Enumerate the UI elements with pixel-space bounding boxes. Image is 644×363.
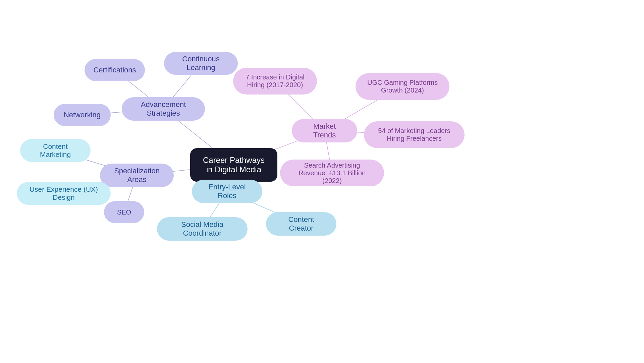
marketing-freelancers-node[interactable]: 54 of Marketing Leaders Hiring Freelance… <box>364 121 465 148</box>
ugc-gaming-node[interactable]: UGC Gaming Platforms Growth (2024) <box>356 73 449 100</box>
certifications-node[interactable]: Certifications <box>85 59 145 81</box>
content-marketing-node[interactable]: Content Marketing <box>20 139 91 162</box>
content-marketing-label: Content Marketing <box>30 142 81 159</box>
continuous-learning-node[interactable]: Continuous Learning <box>164 52 238 75</box>
seo-label: SEO <box>117 208 131 216</box>
networking-label: Networking <box>64 111 101 119</box>
seo-node[interactable]: SEO <box>104 201 144 223</box>
social-media-coordinator-label: Social Media Coordinator <box>166 220 238 238</box>
entry-level-roles-node[interactable]: Entry-Level Roles <box>192 180 262 203</box>
advancement-strategies-node[interactable]: Advancement Strategies <box>122 97 205 121</box>
digital-hiring-label: 7 Increase in Digital Hiring (2017-2020) <box>243 73 308 89</box>
specialization-areas-node[interactable]: Specialization Areas <box>100 164 174 187</box>
search-advertising-node[interactable]: Search Advertising Revenue: £13.1 Billio… <box>280 160 384 186</box>
market-trends-label: Market Trends <box>301 122 348 139</box>
ugc-gaming-label: UGC Gaming Platforms Growth (2024) <box>365 79 440 94</box>
marketing-freelancers-label: 54 of Marketing Leaders Hiring Freelance… <box>373 127 455 142</box>
ux-design-label: User Experience (UX) Design <box>26 185 101 201</box>
content-creator-node[interactable]: Content Creator <box>266 212 336 236</box>
advancement-strategies-label: Advancement Strategies <box>131 100 196 118</box>
specialization-areas-label: Specialization Areas <box>109 167 164 184</box>
ux-design-node[interactable]: User Experience (UX) Design <box>17 182 111 205</box>
continuous-learning-label: Continuous Learning <box>173 55 228 72</box>
entry-level-roles-label: Entry-Level Roles <box>201 183 253 200</box>
search-advertising-label: Search Advertising Revenue: £13.1 Billio… <box>289 162 375 185</box>
center-label: Career Pathways in Digital Media <box>200 156 268 174</box>
digital-hiring-node[interactable]: 7 Increase in Digital Hiring (2017-2020) <box>233 68 317 95</box>
market-trends-node[interactable]: Market Trends <box>292 119 357 142</box>
social-media-coordinator-node[interactable]: Social Media Coordinator <box>157 217 248 241</box>
networking-node[interactable]: Networking <box>54 104 111 126</box>
certifications-label: Certifications <box>93 66 136 74</box>
center-node[interactable]: Career Pathways in Digital Media <box>190 148 277 182</box>
content-creator-label: Content Creator <box>275 215 327 233</box>
